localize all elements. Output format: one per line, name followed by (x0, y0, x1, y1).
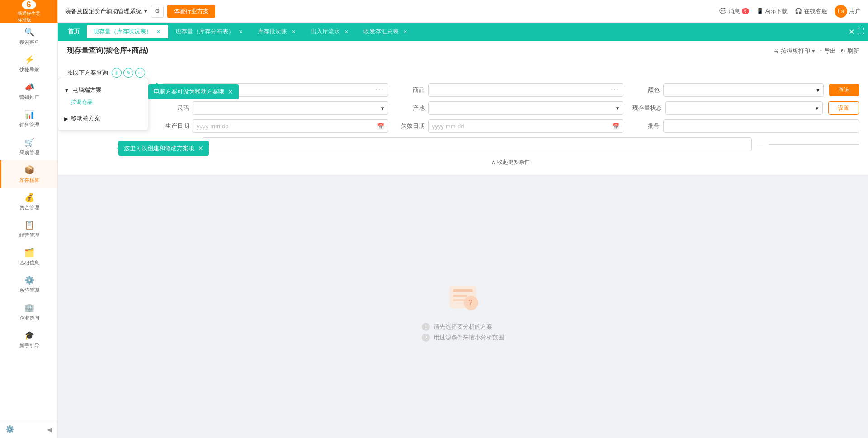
collapse-sidebar-icon[interactable]: ◀ (47, 426, 52, 433)
export-btn[interactable]: ↑ 导出 (820, 47, 836, 55)
sidebar-item-system[interactable]: ⚙️ 系统管理 (0, 271, 57, 298)
svg-rect-2 (453, 295, 467, 297)
sidebar-item-marketing[interactable]: 📣 营销推广 (0, 78, 57, 105)
nav-label-marketing: 营销推广 (19, 94, 39, 101)
tab-close-collect-summary[interactable]: ✕ (401, 28, 409, 35)
query-btn[interactable]: 查询 (829, 84, 859, 96)
sidebar-item-inventory[interactable]: 📦 库存核算 (0, 160, 57, 188)
collapse-icon: ∧ (491, 159, 495, 165)
sidebar-item-enterprise[interactable]: 🏢 企业协同 (0, 298, 57, 326)
reset-btns: 设置 (828, 101, 859, 115)
tab-close-inventory-dist[interactable]: ✕ (237, 28, 244, 35)
scheme-edit-btn[interactable]: ✎ (123, 68, 133, 78)
tab-label-collect-summary: 收发存汇总表 (363, 28, 399, 36)
filter-row-4: 现存量（主） — (162, 137, 859, 151)
tab-in-out-flow[interactable]: 出入库流水✕ (304, 25, 356, 38)
expire-date-input[interactable]: yyyy-mm-dd 📅 (428, 119, 624, 133)
tooltip-pc-scheme: 电脑方案可设为移动方案哦 ✕ (148, 84, 239, 99)
page-header: 现存量查询(按仓库+商品) 🖨 按模板打印 ▾ ↑ 导出 ↻ 刷新 (58, 41, 868, 61)
app-download-btn[interactable]: 📱 App下载 (756, 7, 788, 15)
tab-inventory-status[interactable]: 现存量（库存状况表）✕ (87, 25, 168, 38)
scheme-back-btn[interactable]: ← (135, 68, 145, 78)
logo-brand: 畅通好生意 标准版 (18, 10, 40, 23)
tab-home[interactable]: 首页 (61, 25, 86, 38)
nav-label-guide: 新手引导 (19, 342, 39, 349)
pc-scheme-section: ▼ 电脑端方案 按调仓品 (58, 82, 148, 110)
tab-batch-account[interactable]: 库存批次账✕ (251, 25, 303, 38)
refresh-btn[interactable]: ↻ 刷新 (840, 47, 859, 55)
close-all-tabs-icon[interactable]: ✕ (849, 28, 854, 36)
tab-close-in-out-flow[interactable]: ✕ (343, 28, 350, 35)
expire-date-calendar-icon[interactable]: 📅 (612, 123, 619, 130)
nav-icon-system: ⚙️ (24, 275, 34, 285)
fullscreen-icon[interactable]: ⛶ (857, 28, 864, 36)
inv-qty-from[interactable] (202, 137, 752, 151)
hint-2-text: 用过滤条件来缩小分析范围 (434, 334, 504, 342)
sidebar-item-sales[interactable]: 📊 销售管理 (0, 105, 57, 133)
empty-state: ? 1 请先选择要分析的方案 2 用过滤条件来缩小分析范围 (58, 175, 868, 438)
empty-hint-1: 1 请先选择要分析的方案 (422, 323, 504, 331)
scheme-item-adjust[interactable]: 按调仓品 (58, 96, 148, 108)
sidebar-item-search-menu[interactable]: 🔍 搜索菜单 (0, 23, 57, 50)
mobile-scheme-group[interactable]: ▶ 移动端方案 (58, 112, 148, 125)
prod-date-placeholder: yyyy-mm-dd (197, 123, 229, 130)
filter-label: 按以下方案查询 (67, 69, 108, 77)
content-area: 现存量查询(按仓库+商品) 🖨 按模板打印 ▾ ↑ 导出 ↻ 刷新 (58, 41, 868, 438)
nav-icon-marketing: 📣 (24, 82, 34, 92)
sidebar-item-quick-nav[interactable]: ⚡ 快捷导航 (0, 50, 57, 78)
sidebar-item-operations[interactable]: 📋 经营管理 (0, 216, 57, 243)
sidebar-item-purchase[interactable]: 🛒 采购管理 (0, 133, 57, 160)
pc-scheme-group[interactable]: ▼ 电脑端方案 (58, 84, 148, 96)
prod-date-input[interactable]: yyyy-mm-dd 📅 (193, 119, 388, 133)
nav-label-purchase: 采购管理 (19, 149, 39, 156)
product-select[interactable]: ··· (428, 83, 624, 97)
nav-label-search-menu: 搜索菜单 (19, 39, 39, 46)
size-label: 尺码 (162, 104, 189, 112)
filter-icons: + ✎ ← (112, 68, 145, 78)
tab-inventory-dist[interactable]: 现存量（库存分布表）✕ (169, 25, 250, 38)
tab-bar-actions: ✕ ⛶ (849, 28, 864, 36)
scheme-panel: ▼ 电脑端方案 按调仓品 ▶ 移动端方案 (58, 78, 148, 131)
nav-icon-search-menu: 🔍 (24, 27, 34, 37)
filter-header: 按以下方案查询 + ✎ ← (67, 68, 859, 78)
nav-label-basic-info: 基础信息 (19, 259, 39, 266)
nav-label-sales: 销售管理 (19, 122, 39, 128)
filter-row-1: ··· 商品 ··· 颜色 ▾ (162, 83, 859, 97)
nav-icon-purchase: 🛒 (24, 137, 34, 147)
industry-btn[interactable]: 体验行业方案 (167, 5, 215, 18)
sidebar-item-guide[interactable]: 🎓 新手引导 (0, 326, 57, 353)
settings-icon[interactable]: ⚙️ (5, 425, 14, 433)
settings-btn[interactable]: ⚙ (151, 5, 164, 18)
tab-collect-summary[interactable]: 收发存汇总表✕ (357, 25, 415, 38)
inv-status-select[interactable]: ▾ (665, 101, 823, 115)
sidebar-item-basic-info[interactable]: 🗂️ 基础信息 (0, 243, 57, 271)
color-select[interactable]: ▾ (663, 83, 824, 97)
phone-icon: 📱 (756, 8, 764, 14)
scheme-add-btn[interactable]: + (112, 68, 122, 78)
filter-color: 颜色 ▾ 查询 (632, 83, 859, 97)
color-dropdown-icon: ▾ (816, 87, 820, 94)
system-selector[interactable]: 装备及固定资产辅助管理系统 ▾ (65, 7, 147, 15)
product-dots[interactable]: ··· (611, 86, 619, 94)
tab-close-batch-account[interactable]: ✕ (290, 28, 297, 35)
tooltip1-close[interactable]: ✕ (228, 88, 233, 95)
tab-label-inventory-dist: 现存量（库存分布表） (175, 28, 234, 36)
origin-select[interactable]: ▾ (428, 101, 624, 115)
size-select[interactable]: ▾ (193, 101, 388, 115)
sidebar-item-finance[interactable]: 💰 资金管理 (0, 188, 57, 216)
support-btn[interactable]: 🎧 在线客服 (795, 7, 827, 15)
messages-btn[interactable]: 💬 消息 6 (719, 7, 749, 15)
reset-btn[interactable]: 设置 (828, 101, 859, 115)
tooltip2-close[interactable]: ✕ (198, 145, 203, 152)
user-btn[interactable]: Ea 用户 (835, 5, 861, 18)
batch-input[interactable] (663, 119, 859, 133)
print-dropdown-icon: ▾ (812, 47, 815, 54)
print-icon: 🖨 (773, 47, 779, 54)
print-btn[interactable]: 🖨 按模板打印 ▾ (773, 47, 815, 55)
warehouse-dots[interactable]: ··· (375, 86, 384, 94)
prod-date-calendar-icon[interactable]: 📅 (377, 123, 384, 130)
product-label: 商品 (397, 86, 425, 94)
empty-hint-2: 2 用过滤条件来缩小分析范围 (422, 334, 504, 342)
collapse-more-btn[interactable]: ∧ 收起更多条件 (162, 155, 859, 169)
tab-close-inventory-status[interactable]: ✕ (155, 28, 162, 35)
